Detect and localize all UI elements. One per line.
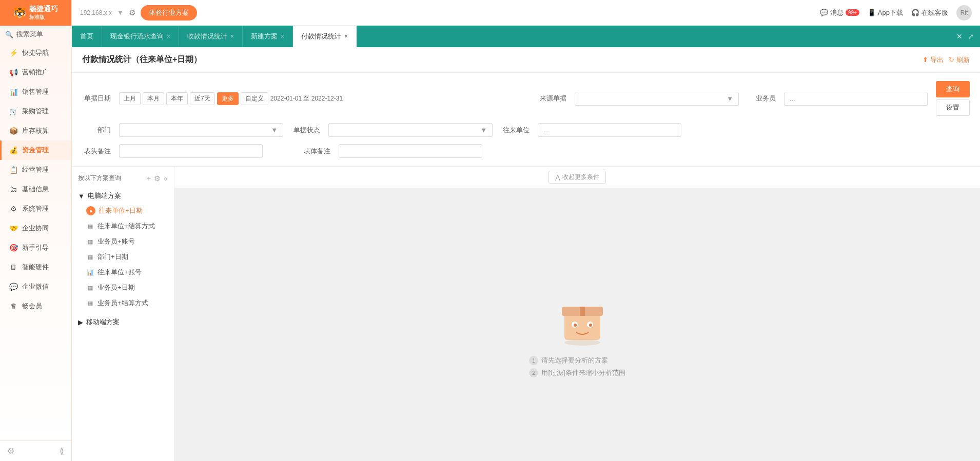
sidebar-item-hardware[interactable]: 🖥 智能硬件 [0, 257, 71, 277]
wechat-label: 企业微信 [22, 282, 49, 291]
logo-icon: 🐯 [13, 7, 26, 19]
tab-new-scheme-label: 新建方案 [251, 32, 278, 41]
purchase-label: 采购管理 [22, 107, 49, 116]
hint-num-2: 2 [529, 368, 538, 377]
body-note-input[interactable] [339, 144, 482, 158]
date-filter-group: 上月 本月 本年 近7天 更多 自定义 2022-01-01 至 2022-12… [119, 92, 530, 105]
query-btn[interactable]: 查询 [936, 81, 970, 97]
sidebar-item-sales[interactable]: 📊 销售管理 [0, 82, 71, 102]
tab-payments-close-icon[interactable]: × [344, 33, 348, 40]
panel-collapse-icon[interactable]: « [164, 174, 168, 183]
scheme-item-salesperson-account[interactable]: ▦ 业务员+账号 [72, 234, 174, 249]
scheme-group-desktop-header[interactable]: ▼ 电脑端方案 [72, 189, 174, 203]
scheme-item-counterpart-settlement[interactable]: ▦ 往来单位+结算方式 [72, 218, 174, 234]
scheme-dept-date-label: 部门+日期 [97, 252, 128, 262]
action-btns: 查询 设置 [936, 81, 970, 116]
counterpart-select[interactable]: ... [538, 123, 681, 137]
tab-bank-flow-label: 现金银行流水查询 [110, 32, 164, 41]
sidebar-settings-icon[interactable]: ⚙ [7, 446, 14, 456]
vip-label: 畅会员 [22, 302, 42, 311]
sidebar-nav: ⚡ 快捷导航 📢 营销推广 📊 销售管理 🛒 采购管理 📦 库存核算 💰 资金管… [0, 43, 71, 440]
app-icon: 📱 [868, 9, 876, 16]
tab-payments-label: 付款情况统计 [301, 32, 341, 41]
header-note-input[interactable] [119, 144, 263, 158]
trial-btn[interactable]: 体验行业方案 [141, 5, 197, 21]
scheme-item-dept-date[interactable]: ▦ 部门+日期 [72, 249, 174, 265]
status-label: 单据状态 [291, 126, 320, 135]
scheme-bar-icon: 📊 [86, 268, 94, 276]
expand-icon[interactable]: ⤢ [968, 32, 974, 41]
tab-bank-flow-close-icon[interactable]: × [167, 33, 170, 40]
online-support-btn[interactable]: 🎧 在线客服 [911, 8, 948, 17]
scheme-group-mobile-header[interactable]: ▶ 移动端方案 [72, 315, 174, 329]
sidebar-item-system[interactable]: ⚙ 系统管理 [0, 199, 71, 218]
scheme-item-counterpart-account[interactable]: 📊 往来单位+账号 [72, 265, 174, 280]
content-area: 付款情况统计（往来单位+日期） ⬆ 导出 ↻ 刷新 单据日期 上月 本月 [72, 47, 980, 461]
date-btn-more[interactable]: 更多 [217, 92, 239, 105]
svg-rect-2 [580, 307, 585, 316]
date-btn-last-month[interactable]: 上月 [119, 92, 141, 105]
app-download-btn[interactable]: 📱 App下载 [868, 8, 903, 17]
tab-receipts-close-icon[interactable]: × [230, 33, 234, 40]
collapse-conditions-btn[interactable]: ⋀ 收起更多条件 [548, 171, 606, 184]
marketing-icon: 📢 [9, 68, 18, 76]
sidebar-item-enterprise[interactable]: 🤝 企业协同 [0, 218, 71, 238]
date-btn-custom[interactable]: 自定义 [241, 92, 268, 105]
sidebar-item-vip[interactable]: ♛ 畅会员 [0, 296, 71, 316]
source-select[interactable]: ▼ [575, 92, 739, 106]
basics-icon: 🗂 [9, 185, 18, 193]
close-all-icon[interactable]: ✕ [956, 32, 963, 41]
salesperson-select[interactable]: ... [784, 92, 928, 106]
search-menu[interactable]: 🔍 搜索菜单 [0, 26, 71, 43]
operations-icon: 📋 [9, 166, 18, 174]
messages-label: 消息 [830, 8, 844, 17]
panel-settings-icon[interactable]: ⚙ [154, 174, 161, 183]
wechat-icon: 💬 [9, 283, 18, 291]
operations-label: 经营管理 [22, 165, 49, 174]
tab-new-scheme-close-icon[interactable]: × [281, 33, 284, 40]
svg-point-6 [589, 324, 592, 327]
refresh-btn[interactable]: ↻ 刷新 [949, 55, 970, 65]
sidebar-item-marketing[interactable]: 📢 营销推广 [0, 63, 71, 82]
sidebar-item-purchase[interactable]: 🛒 采购管理 [0, 102, 71, 121]
dept-select[interactable]: ▼ [119, 123, 283, 137]
scheme-item-salesperson-settlement[interactable]: ▦ 业务员+结算方式 [72, 295, 174, 311]
topbar-gear-icon[interactable]: ⚙ [129, 8, 135, 17]
scheme-salesperson-date-label: 业务员+日期 [97, 283, 135, 292]
status-select[interactable]: ▼ [328, 123, 493, 137]
dept-label: 部门 [82, 126, 111, 135]
sidebar-item-wechat[interactable]: 💬 企业微信 [0, 277, 71, 296]
date-btn-7days[interactable]: 近7天 [190, 92, 215, 105]
tab-receipts[interactable]: 收款情况统计 × [179, 26, 243, 47]
date-btn-this-month[interactable]: 本月 [143, 92, 164, 105]
scheme-item-counterpart-date[interactable]: ● 往来单位+日期 [72, 203, 174, 218]
sidebar-collapse-icon[interactable]: ⟪ [60, 446, 64, 456]
refresh-icon: ↻ [949, 56, 954, 64]
sidebar-bottom: ⚙ ⟪ [0, 440, 71, 461]
sidebar-item-guide[interactable]: 🎯 新手引导 [0, 238, 71, 257]
date-btn-this-year[interactable]: 本年 [166, 92, 188, 105]
scheme-counterpart-settlement-label: 往来单位+结算方式 [97, 222, 155, 231]
scheme-active-icon: ● [86, 206, 95, 215]
export-btn[interactable]: ⬆ 导出 [923, 55, 944, 65]
sidebar-item-finance[interactable]: 💰 资金管理 [0, 141, 71, 160]
panel-add-icon[interactable]: + [147, 174, 151, 183]
quick-nav-icon: ⚡ [9, 49, 18, 57]
tab-home[interactable]: 首页 [72, 26, 102, 47]
scheme-item-salesperson-date[interactable]: ▦ 业务员+日期 [72, 280, 174, 295]
collapse-bar: ⋀ 收起更多条件 [174, 167, 980, 188]
settings-btn[interactable]: 设置 [936, 99, 970, 116]
sidebar-item-operations[interactable]: 📋 经营管理 [0, 160, 71, 179]
desktop-group-label: 电脑端方案 [88, 191, 121, 201]
tab-payments[interactable]: 付款情况统计 × [293, 26, 357, 47]
messages-btn[interactable]: 💬 消息 99+ [820, 8, 859, 17]
sidebar-item-quick-nav[interactable]: ⚡ 快捷导航 [0, 43, 71, 63]
tab-receipts-label: 收款情况统计 [187, 32, 227, 41]
tab-new-scheme[interactable]: 新建方案 × [243, 26, 293, 47]
sidebar-item-basics[interactable]: 🗂 基础信息 [0, 179, 71, 199]
enterprise-icon: 🤝 [9, 224, 18, 232]
tab-bank-flow[interactable]: 现金银行流水查询 × [102, 26, 179, 47]
user-avatar[interactable]: Rit [956, 5, 972, 21]
sidebar-item-inventory[interactable]: 📦 库存核算 [0, 121, 71, 141]
refresh-label: 刷新 [956, 55, 970, 65]
